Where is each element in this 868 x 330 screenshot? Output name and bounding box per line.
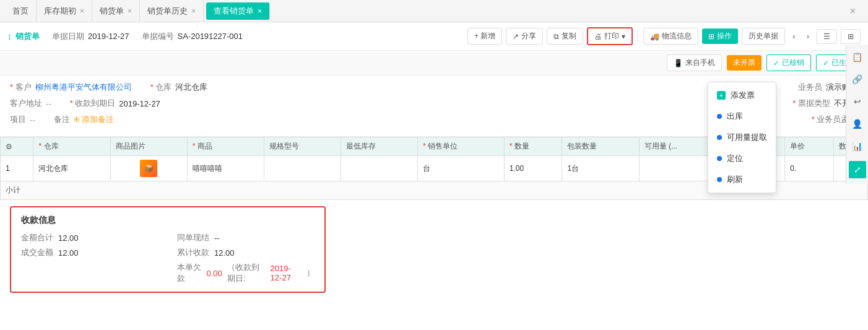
- share-button[interactable]: ↗ 分享: [506, 28, 543, 45]
- tab-home[interactable]: 首页: [5, 0, 37, 22]
- due-amount-field: 本单欠款 0.00 （收款到期日: 2019-12-27 ）: [177, 262, 315, 284]
- project-value: --: [30, 115, 35, 124]
- next-record-button[interactable]: ›: [803, 29, 813, 43]
- col-min-stock: 最低库存: [341, 137, 418, 156]
- address-label: 客户地址: [10, 98, 42, 109]
- col-warehouse: 仓库: [33, 137, 110, 156]
- history-button[interactable]: 历史单据: [742, 28, 785, 45]
- tab-view-sales[interactable]: 查看销货单 ×: [206, 2, 270, 20]
- print-icon: 🖨: [594, 32, 602, 41]
- row-unit-price: 0.: [785, 156, 833, 181]
- staff2-label: 业务员孟: [812, 114, 849, 125]
- right-icon-return[interactable]: ↩: [850, 94, 865, 109]
- row-spec: [264, 156, 341, 181]
- locate-icon: [717, 156, 722, 161]
- toolbar-right: + 新增 ↗ 分享 ⧉ 复制 🖨 打印 ▾ 🚚 物流信息 ⊞ 操作: [467, 27, 861, 45]
- not-open-button[interactable]: 未开票: [727, 55, 762, 71]
- check-button[interactable]: ✓ 已核销: [766, 54, 811, 71]
- transaction-field: 成交金额 12.00: [21, 247, 158, 258]
- tab-inventory-close[interactable]: ×: [80, 7, 84, 15]
- phone-icon: 📱: [674, 59, 683, 67]
- check-icon: ✓: [773, 59, 779, 67]
- toolbar-separator: [638, 30, 638, 43]
- customer-field: 客户 柳州粤港平安气体有限公司: [10, 82, 132, 93]
- dropdown-item-available[interactable]: 可用量提取: [708, 127, 776, 148]
- operation-icon: ⊞: [708, 32, 714, 41]
- from-phone-button[interactable]: 📱 来自手机: [667, 54, 722, 71]
- grid-view-button[interactable]: ☰: [817, 29, 837, 44]
- doc-date-field: 单据日期 2019-12-27: [52, 31, 129, 42]
- row-unit: 台: [418, 156, 504, 181]
- plus-icon: ⊕: [74, 115, 80, 124]
- warehouse-field: 仓库 河北仓库: [150, 82, 208, 93]
- available-icon: [717, 135, 722, 140]
- payment-grid: 金额合计 12.00 同单现结 -- 成交金额 12.00 累计收款 12.00…: [21, 232, 315, 284]
- copy-icon: ⧉: [553, 32, 559, 41]
- col-unit: 销售单位: [418, 137, 504, 156]
- warehouse-value: 河北仓库: [175, 82, 207, 93]
- product-thumbnail: 📦: [140, 160, 157, 177]
- doc-type-icon: ↕: [7, 32, 12, 41]
- row-warehouse: 河北仓库: [33, 156, 110, 181]
- detail-view-button[interactable]: ⊞: [841, 29, 861, 44]
- notes-label: 备注: [54, 114, 70, 125]
- project-label: 项目: [10, 114, 26, 125]
- right-icon-user[interactable]: 👤: [850, 116, 865, 131]
- tab-inventory[interactable]: 库存期初 ×: [37, 0, 92, 22]
- tab-sales-close[interactable]: ×: [128, 7, 132, 15]
- print-button[interactable]: 🖨 打印 ▾: [587, 27, 633, 45]
- warehouse-label: 仓库: [150, 82, 172, 93]
- dropdown-item-outbound[interactable]: 出库: [708, 106, 776, 127]
- add-note-button[interactable]: ⊕ 添加备注: [74, 114, 115, 125]
- address-value: --: [46, 99, 51, 108]
- notes-field: 备注 ⊕ 添加备注: [54, 114, 115, 125]
- dropdown-item-invoice[interactable]: + 添发票: [708, 85, 776, 106]
- staff-label: 业务员: [798, 82, 822, 93]
- address-field: 客户地址 --: [10, 98, 51, 109]
- tab-sales[interactable]: 销货单 ×: [92, 0, 140, 22]
- share-icon: ↗: [513, 32, 519, 41]
- right-icon-chart[interactable]: 📊: [850, 139, 865, 154]
- refresh-icon: [717, 177, 722, 182]
- payment-date-field: 收款到期日 2019-12-27: [70, 98, 160, 109]
- right-icon-link[interactable]: 🔗: [850, 72, 865, 87]
- logistics-icon: 🚚: [650, 32, 659, 41]
- payment-section: 收款信息 金额合计 12.00 同单现结 -- 成交金额 12.00 累计收款 …: [10, 206, 326, 293]
- prev-record-button[interactable]: ‹: [789, 29, 799, 43]
- main-content: ↕ 销货单 单据日期 2019-12-27 单据编号 SA-20191227-0…: [0, 22, 868, 330]
- window-close-button[interactable]: ×: [843, 6, 863, 17]
- right-icons-panel: 📋 🔗 ↩ 👤 📊 ⤢: [846, 45, 868, 183]
- row-product: 嘻嘻嘻嘻: [187, 156, 264, 181]
- row-min-stock: [341, 156, 418, 181]
- right-icon-expand[interactable]: ⤢: [849, 161, 866, 178]
- col-qty: 数量: [504, 137, 562, 156]
- col-settings[interactable]: ⚙: [1, 137, 33, 156]
- doc-title: ↕ 销货单: [7, 31, 40, 42]
- col-pack-qty: 包装数量: [562, 137, 639, 156]
- col-spec: 规格型号: [264, 137, 341, 156]
- operation-dropdown: + 添发票 出库 可用量提取 定位 刷新: [708, 82, 776, 193]
- outbound-icon: [717, 114, 722, 119]
- doc-meta: 单据日期 2019-12-27 单据编号 SA-20191227-001: [52, 31, 243, 42]
- right-icon-copy[interactable]: 📋: [850, 50, 865, 64]
- new-button[interactable]: + 新增: [467, 28, 502, 45]
- tab-sales-history[interactable]: 销货单历史 ×: [140, 0, 204, 22]
- tab-view-sales-close[interactable]: ×: [258, 7, 262, 15]
- customer-value[interactable]: 柳州粤港平安气体有限公司: [35, 82, 132, 93]
- row-qty: 1.00: [504, 156, 562, 181]
- cumulative-field: 累计收款 12.00: [177, 247, 315, 258]
- copy-button[interactable]: ⧉ 复制: [547, 28, 583, 45]
- payment-date-label: 收款到期日: [70, 98, 116, 109]
- row-index: 1: [1, 156, 33, 181]
- effective-icon: ✓: [823, 59, 829, 67]
- print-dropdown-arrow[interactable]: ▾: [622, 32, 625, 41]
- tab-bar: 首页 库存期初 × 销货单 × 销货单历史 × 查看销货单 × ×: [0, 0, 868, 22]
- same-order-field: 同单现结 --: [177, 232, 315, 243]
- tab-sales-history-close[interactable]: ×: [191, 7, 196, 15]
- logistics-button[interactable]: 🚚 物流信息: [643, 28, 698, 45]
- doc-number-field: 单据编号 SA-20191227-001: [142, 31, 243, 42]
- operation-button[interactable]: ⊞ 操作: [702, 28, 738, 44]
- dropdown-item-locate[interactable]: 定位: [708, 148, 776, 169]
- dropdown-item-refresh[interactable]: 刷新: [708, 169, 776, 190]
- project-field: 项目 --: [10, 114, 35, 125]
